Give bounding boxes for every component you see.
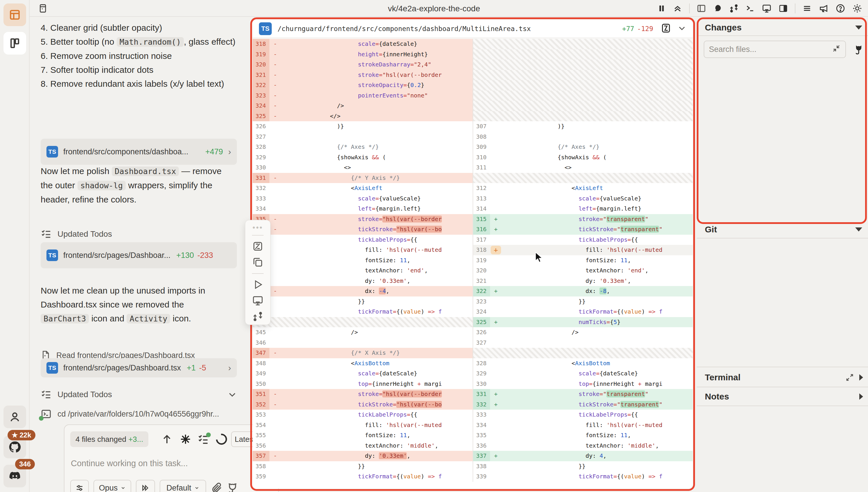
- diff-left-cell: 354 fill: 'hsl(var(--muted: [253, 420, 473, 430]
- search-files-input[interactable]: Search files...: [704, 41, 846, 58]
- chevron-down-icon: [120, 485, 126, 491]
- scroll-up-icon[interactable]: [161, 433, 173, 446]
- diff-sign: -: [269, 91, 281, 101]
- pause-icon[interactable]: [657, 4, 666, 13]
- diff-row: 325+ numTicks={5}: [253, 317, 693, 327]
- copy-icon[interactable]: [252, 254, 264, 270]
- line-number: 326: [253, 121, 269, 132]
- diff-sign: [490, 327, 502, 338]
- git-compare-icon[interactable]: [252, 309, 263, 325]
- composer-input[interactable]: Continue working on this task...: [71, 459, 188, 468]
- diff-sign: [490, 266, 502, 276]
- collapse-triangle-icon[interactable]: [855, 227, 862, 231]
- collapse-file-chevron-icon[interactable]: [678, 24, 686, 34]
- updated-todos-row[interactable]: Updated Todos: [41, 389, 237, 400]
- diff-sign: [490, 255, 502, 266]
- diff-left-cell: 329 {showAxis && (: [253, 152, 473, 163]
- diff-right-cell: [473, 91, 693, 101]
- diff-left-cell: 341 dy: '0.33em',: [253, 276, 473, 286]
- settings-sliders-button[interactable]: [70, 480, 89, 492]
- diff-sign: [269, 183, 281, 194]
- chat-panel-icon[interactable]: [713, 4, 722, 13]
- diff-left-cell: [253, 317, 473, 327]
- attach-paperclip-icon[interactable]: [211, 482, 223, 492]
- expand-triangle-icon[interactable]: [859, 393, 863, 400]
- status-dot: [206, 433, 211, 437]
- cat-icon[interactable]: [852, 44, 865, 57]
- diff-left-cell: 352- tickStroke="hsl(var(--bo: [253, 399, 473, 410]
- todo-item: 8. Remove redundant axis labels (x/y lab…: [41, 77, 241, 91]
- model-dropdown[interactable]: Opus: [93, 480, 131, 492]
- diff-right-cell: 313 scale={valueScale}: [473, 194, 693, 204]
- file-chip[interactable]: TS frontend/src/pages/Dashboar... +130 -…: [41, 242, 237, 268]
- collapse-tree-icon[interactable]: [832, 44, 841, 55]
- code-line: dy: '0.33em',: [281, 276, 473, 286]
- chevron-down-icon[interactable]: [228, 390, 237, 399]
- git-compare-icon[interactable]: [729, 4, 738, 13]
- diff-sign: [490, 410, 502, 420]
- help-icon[interactable]: [836, 3, 845, 13]
- megaphone-icon[interactable]: [819, 3, 828, 13]
- workspace-tab-active[interactable]: [3, 3, 26, 26]
- diff-row: 356 textAnchor: 'middle',336 textAnchor:…: [253, 441, 693, 451]
- diff-view-icon[interactable]: [252, 239, 264, 254]
- assistant-todo-list: 4. Cleaner grid (subtler opacity) 5. Bet…: [41, 21, 241, 91]
- line-number: 347: [253, 348, 269, 358]
- line-number: 330: [253, 163, 269, 173]
- file-chip-path: frontend/src/pages/Dashboar...: [63, 251, 170, 260]
- add-comment-button[interactable]: +: [491, 246, 501, 254]
- diff-sign: -: [269, 399, 281, 410]
- line-number: 335: [473, 430, 490, 441]
- drag-handle-icon[interactable]: •••: [253, 223, 263, 232]
- diff-right-cell: 323 }}: [473, 296, 693, 307]
- terminal-icon[interactable]: [746, 4, 755, 13]
- spark-icon[interactable]: [180, 433, 192, 446]
- right-sidebar: Changes Search files... churnguardfronte…: [697, 17, 868, 492]
- collapse-triangle-icon[interactable]: [855, 26, 862, 30]
- diff-sign: [490, 132, 502, 142]
- line-number: 328: [253, 142, 269, 152]
- diff-row: 339 fontSize: 11,319 fontSize: 11,: [253, 255, 693, 266]
- github-cat-icon[interactable]: [227, 482, 239, 492]
- mode-dropdown[interactable]: Default: [160, 480, 206, 492]
- diff-right-cell: 315+ stroke="transparent": [473, 214, 693, 224]
- collapse-all-icon[interactable]: [673, 4, 682, 13]
- expand-triangle-icon[interactable]: [859, 374, 863, 380]
- files-changed-chip[interactable]: 4 files changed +3...: [70, 432, 148, 447]
- line-number: 311: [473, 163, 490, 173]
- diff-left-cell: 353 tickLabelProps={{: [253, 410, 473, 420]
- account-button[interactable]: [3, 405, 26, 428]
- updated-todos-label: Updated Todos: [57, 390, 112, 399]
- diff-left-cell: 356 textAnchor: 'middle',: [253, 441, 473, 451]
- updated-todos-row[interactable]: Updated Todos: [41, 228, 112, 240]
- todo-item: 6. Remove zoom instruction noise: [41, 49, 241, 63]
- fast-forward-button[interactable]: [136, 480, 155, 492]
- terminal-command-row[interactable]: cd /private/var/folders/10/h7w0q46556ggr…: [41, 409, 219, 419]
- file-chip[interactable]: TS frontend/src/pages/Dashboard.tsx +1 -…: [41, 358, 237, 377]
- split-diff-icon[interactable]: [661, 23, 671, 34]
- kanban-tab[interactable]: [3, 32, 26, 54]
- diff-left-cell: 335- stroke="hsl(var(--border: [253, 214, 473, 224]
- code-line: tickStroke="transparent": [502, 399, 693, 410]
- line-number: 310: [473, 152, 490, 163]
- right-panel-filled-icon[interactable]: [779, 4, 788, 13]
- diff-sign: [490, 461, 502, 472]
- chevron-right-icon: ›: [228, 363, 231, 373]
- display-icon[interactable]: [762, 3, 772, 13]
- diff-left-cell: 330 <>: [253, 163, 473, 173]
- diff-left-cell: 348 <AxisBottom: [253, 358, 473, 369]
- settings-gear-icon[interactable]: [852, 3, 862, 13]
- line-number: 356: [253, 441, 269, 451]
- diff-sign: [269, 338, 281, 348]
- line-number: 315: [473, 214, 490, 224]
- play-icon[interactable]: [252, 277, 263, 293]
- menu-icon[interactable]: [802, 4, 812, 13]
- diff-right-cell: 339 tickFormat={(value) => f: [473, 471, 693, 482]
- diff-row: 342- dx: -4,322+ dx: -8,: [253, 286, 693, 296]
- expand-icon[interactable]: [845, 373, 854, 383]
- todos-status-icon[interactable]: [197, 433, 210, 446]
- diff-right-cell: 331+ stroke="transparent": [473, 389, 693, 399]
- monitor-icon[interactable]: [252, 293, 264, 309]
- left-panel-icon[interactable]: [697, 4, 706, 13]
- file-chip[interactable]: TS frontend/src/components/dashboa... +4…: [41, 139, 237, 165]
